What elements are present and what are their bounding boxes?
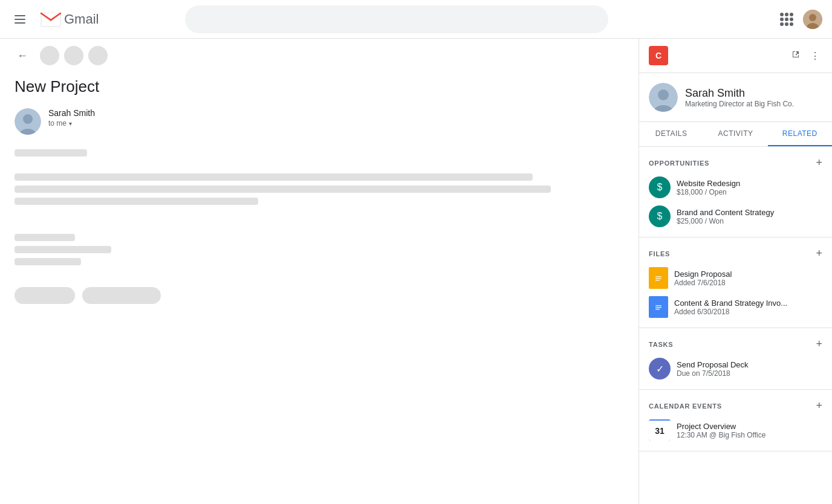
opportunity-2-content: Brand and Content Strategy $25,000 / Won [677,208,822,225]
toolbar-actions [40,46,108,65]
to-label: to me [48,119,67,128]
file-item-2: Content & Brand Strategy Invo... Added 6… [649,296,822,318]
file-2-title[interactable]: Content & Brand Strategy Invo... [674,299,822,308]
opportunity-1-icon: $ [649,176,671,198]
body-buttons [15,287,624,304]
contact-info: Sarah Smith Marketing Director at Big Fi… [639,73,832,122]
opportunity-item-1: $ Website Redesign $18,000 / Open [649,176,822,198]
file-1-title[interactable]: Design Proposal [674,270,822,279]
side-panel: C ⋮ Sarah Smith Marketing Director at Bi… [639,39,832,504]
gmail-m-icon [40,11,62,28]
calendar-header: CALENDAR EVENTS + [649,399,822,412]
contact-title: Marketing Director at Big Fish Co. [685,100,794,108]
contact-avatar [649,83,678,112]
calendar-1-icon: 31 [649,419,671,441]
opportunity-2-title[interactable]: Brand and Content Strategy [677,208,822,217]
add-event-button[interactable]: + [816,399,822,412]
files-section: FILES + Design Proposal Added 7/6/2018 C… [639,237,832,328]
email-toolbar: ← [15,39,624,73]
file-1-sub: Added 7/6/2018 [674,279,822,287]
opportunity-2-icon: $ [649,205,671,227]
calendar-1-title[interactable]: Project Overview [677,422,822,431]
side-panel-header: C ⋮ [639,39,832,73]
tasks-section: TASKS + ✓ Send Proposal Deck Due on 7/5/… [639,328,832,390]
file-1-content: Design Proposal Added 7/6/2018 [674,270,822,287]
tab-activity[interactable]: ACTIVITY [703,122,767,146]
contact-details: Sarah Smith Marketing Director at Big Fi… [685,87,794,108]
body-skeleton-6 [15,246,111,253]
contact-name: Sarah Smith [685,87,794,100]
topbar-left: Gmail [10,10,99,28]
files-title: FILES [649,250,670,257]
sender-info: Sarah Smith to me ▾ [48,108,95,128]
task-1-sub: Due on 7/5/2018 [677,369,822,378]
crm-icon[interactable]: C [649,46,668,65]
file-2-sub: Added 6/30/2018 [674,308,822,316]
task-item-1: ✓ Send Proposal Deck Due on 7/5/2018 [649,358,822,380]
files-header: FILES + [649,247,822,260]
email-sender: Sarah Smith to me ▾ [15,108,624,135]
tasks-header: TASKS + [649,338,822,351]
body-skeleton-1 [15,149,87,157]
svg-point-1 [809,14,816,21]
open-external-button[interactable] [788,47,803,64]
svg-rect-11 [655,278,661,279]
opportunities-header: OPPORTUNITIES + [649,157,822,169]
more-options-button[interactable]: ⋮ [808,47,822,64]
calendar-1-sub: 12:30 AM @ Big Fish Office [677,431,822,439]
gmail-logo: Gmail [40,11,99,28]
task-1-title[interactable]: Send Proposal Deck [677,360,822,369]
svg-point-7 [658,89,669,100]
email-subject: New Project [15,77,624,96]
side-header-actions: ⋮ [788,47,822,64]
task-1-icon: ✓ [649,358,671,380]
back-button[interactable]: ← [15,47,30,65]
svg-point-4 [23,114,33,124]
task-1-content: Send Proposal Deck Due on 7/5/2018 [677,360,822,378]
body-btn-1[interactable] [15,287,75,304]
opportunities-section: OPPORTUNITIES + $ Website Redesign $18,0… [639,147,832,237]
opportunity-2-sub: $25,000 / Won [677,217,822,225]
svg-rect-16 [655,309,660,310]
sender-name: Sarah Smith [48,108,95,118]
calendar-day-number: 31 [649,421,671,441]
add-opportunity-button[interactable]: + [816,157,822,169]
svg-rect-15 [655,307,661,308]
body-skeleton-5 [15,234,75,241]
body-skeleton-2 [15,173,533,181]
action-button-2[interactable] [64,46,83,65]
svg-rect-10 [655,276,661,277]
search-bar[interactable] [185,5,608,33]
gmail-label: Gmail [64,11,99,27]
topbar: Gmail [0,0,832,39]
file-2-content: Content & Brand Strategy Invo... Added 6… [674,299,822,316]
opportunity-1-content: Website Redesign $18,000 / Open [677,179,822,196]
calendar-title: CALENDAR EVENTS [649,402,722,410]
file-2-icon [649,296,668,318]
add-task-button[interactable]: + [816,338,822,351]
email-panel: ← New Project Sarah Smith to me ▾ [0,39,639,504]
hamburger-menu[interactable] [10,10,30,28]
body-btn-2[interactable] [82,287,161,304]
tab-related[interactable]: RELATED [768,122,832,146]
tasks-title: TASKS [649,341,673,348]
calendar-section: CALENDAR EVENTS + 31 Project Overview 12… [639,390,832,451]
file-1-icon [649,267,668,289]
email-body [15,149,624,304]
action-button-3[interactable] [88,46,108,65]
sender-to[interactable]: to me ▾ [48,119,95,128]
body-skeleton-4 [15,198,258,205]
main-layout: ← New Project Sarah Smith to me ▾ [0,39,832,504]
file-item-1: Design Proposal Added 7/6/2018 [649,267,822,289]
apps-icon[interactable] [780,13,793,26]
user-avatar[interactable] [803,10,822,29]
opportunity-1-title[interactable]: Website Redesign [677,179,822,188]
add-file-button[interactable]: + [816,247,822,260]
action-button-1[interactable] [40,46,59,65]
body-skeleton-3 [15,186,551,193]
svg-rect-12 [655,280,660,281]
dropdown-arrow-icon: ▾ [69,120,72,127]
tab-details[interactable]: DETAILS [639,122,703,146]
svg-rect-14 [655,305,661,306]
sidebar-tabs: DETAILS ACTIVITY RELATED [639,122,832,147]
